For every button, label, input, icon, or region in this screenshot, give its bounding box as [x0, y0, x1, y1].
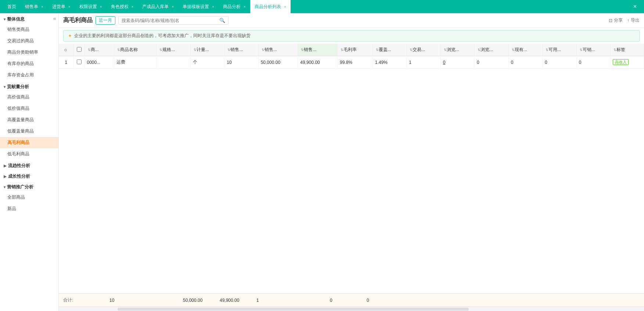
sidebar-group-trend[interactable]: ▶ 流趋性分析 [0, 160, 58, 170]
close-icon[interactable]: × [100, 5, 102, 9]
footer-cells: 10 50,000.00 49,900.00 1 0 0 [107, 298, 640, 303]
page-title: 高毛利商品 [63, 17, 93, 24]
nav-roles[interactable]: 角色授权 × [107, 0, 138, 13]
close-icon[interactable]: × [244, 5, 246, 9]
close-icon[interactable]: × [41, 5, 43, 9]
header-actions: ⊡ 分享 ↑ 导出 [609, 17, 640, 23]
select-all-checkbox[interactable] [77, 47, 82, 52]
content-area: 高毛利商品 近一月 🔍 ⊡ 分享 ↑ 导出 ✦ 企业的主要的利润都是这部分商品创… [59, 13, 644, 311]
footer-sales-qty: 10 [107, 298, 181, 303]
sort-icon: ⇅ [410, 48, 413, 52]
sidebar-item-all-goods[interactable]: 全部商品 [0, 192, 58, 203]
table-row: 1 0000... 运费 个 10 50,000.00 49,900.00 99… [59, 56, 644, 69]
footer-available2: 0 [364, 298, 401, 303]
sort-icon: ⇅ [478, 48, 481, 52]
cell-transactions: 1 [407, 56, 440, 69]
sidebar-item-high-coverage[interactable]: 高覆盖量商品 [0, 114, 58, 126]
cell-unit: 个 [190, 56, 224, 69]
sort-icon: ⇅ [159, 48, 162, 52]
sidebar-item-low-value[interactable]: 低价值商品 [0, 103, 58, 114]
sidebar-group-growth[interactable]: ▶ 成长性分析 [0, 170, 58, 181]
sort-icon: ⇅ [227, 48, 230, 52]
footer-sales-cost: 49,900.00 [217, 298, 254, 303]
sidebar-item-low-coverage[interactable]: 低覆盖量商品 [0, 126, 58, 137]
sort-icon: ⇅ [301, 48, 304, 52]
sort-icon: ⇅ [262, 48, 265, 52]
nav-analysis-list[interactable]: 商品分析列表 × [250, 0, 291, 13]
cell-sales-cost: 49,900.00 [298, 56, 338, 69]
nav-analysis[interactable]: 商品分析 × [219, 0, 250, 13]
horizontal-scrollbar[interactable] [59, 307, 644, 311]
close-icon[interactable]: × [172, 5, 174, 9]
col-index: ⚙ [59, 44, 73, 56]
sidebar-item-high-value[interactable]: 高价值商品 [0, 91, 58, 103]
cell-browse2: 0 [475, 56, 508, 69]
nav-home[interactable]: 首页 [3, 0, 21, 13]
chevron-down-icon: ▾ [4, 185, 6, 189]
sidebar-item-stocked-goods[interactable]: 有库存的商品 [0, 58, 58, 69]
cell-tag: 高收入 [610, 56, 644, 69]
cell-gross-rate: 99.8% [338, 56, 373, 69]
window-close-button[interactable]: × [629, 3, 641, 10]
sort-icon: ⇅ [341, 48, 343, 52]
cell-sales-amount: 50,000.00 [258, 56, 298, 69]
col-coverage: ⇅覆盖... [373, 44, 406, 56]
sidebar-item-sales-goods[interactable]: 销售类商品 [0, 24, 58, 35]
sort-icon: ⇅ [117, 48, 120, 52]
search-input[interactable] [122, 18, 218, 23]
close-icon[interactable]: × [212, 5, 214, 9]
time-filter-button[interactable]: 近一月 [96, 16, 115, 25]
search-icon[interactable]: 🔍 [219, 18, 225, 23]
nav-inventory[interactable]: 产成品入库单 × [138, 0, 178, 13]
sidebar-item-high-margin[interactable]: 高毛利商品 [0, 137, 58, 148]
col-code: ⇅商... [84, 44, 114, 56]
col-available1: ⇅现有... [508, 44, 542, 56]
cell-name[interactable]: 运费 [114, 56, 156, 69]
search-box: 🔍 [118, 16, 229, 25]
col-available2: ⇅可用... [543, 44, 576, 56]
nav-purchase[interactable]: 进货单 × [48, 0, 75, 13]
settings-icon[interactable]: ⚙ [64, 48, 67, 52]
sidebar-item-traded-goods[interactable]: 交易过的商品 [0, 35, 58, 47]
share-button[interactable]: ⊡ 分享 [609, 17, 623, 23]
chevron-down-icon: ▾ [4, 17, 6, 21]
footer-total-bar: 合计: 10 50,000.00 49,900.00 1 0 0 [59, 293, 644, 307]
sidebar-item-low-margin[interactable]: 低毛利商品 [0, 148, 58, 160]
col-sales-amount: ⇅销售... [258, 44, 298, 56]
col-sellable: ⇅可销... [576, 44, 610, 56]
sidebar-group-contribution[interactable]: ▾ 贡献量分析 [0, 81, 58, 91]
col-checkbox [73, 44, 84, 56]
col-unit: ⇅计量... [190, 44, 224, 56]
sidebar-group-marketing[interactable]: ▾ 营销推广分析 [0, 181, 58, 192]
close-icon[interactable]: × [132, 5, 134, 9]
col-transactions: ⇅交易... [407, 44, 440, 56]
nav-template[interactable]: 单据模板设置 × [178, 0, 219, 13]
cell-checkbox [73, 56, 84, 69]
info-banner: ✦ 企业的主要的利润都是这部分商品创造的，可考虑加大推广，同时关注库存是不要出现… [63, 30, 640, 41]
sort-icon: ⇅ [444, 48, 447, 52]
cell-coverage: 1.49% [373, 56, 406, 69]
cell-sales-qty: 10 [224, 56, 258, 69]
sort-icon: ⇅ [580, 48, 583, 52]
sidebar-collapse-button[interactable]: « [53, 15, 56, 21]
cell-browse1[interactable]: 0 [440, 56, 474, 69]
info-icon: ✦ [68, 33, 72, 39]
sidebar-item-stock-capital[interactable]: 库存资金占用 [0, 69, 58, 81]
cell-available2: 0 [543, 56, 576, 69]
row-checkbox[interactable] [77, 59, 82, 64]
scrollbar-thumb[interactable] [118, 308, 469, 311]
top-navigation: 首页 销售单 × 进货单 × 权限设置 × 角色授权 × 产成品入库单 × 单据… [0, 0, 644, 13]
nav-sales[interactable]: 销售单 × [21, 0, 48, 13]
nav-permissions[interactable]: 权限设置 × [75, 0, 107, 13]
close-icon[interactable]: × [68, 5, 71, 9]
export-button[interactable]: ↑ 导出 [627, 17, 640, 23]
content-header: 高毛利商品 近一月 🔍 ⊡ 分享 ↑ 导出 [59, 13, 644, 28]
total-label: 合计: [63, 297, 107, 303]
sort-icon: ⇅ [614, 48, 616, 52]
table-wrapper[interactable]: ⚙ ⇅商... ⇅商品名称 ⇅规格... [59, 44, 644, 293]
sidebar-group-overall[interactable]: ▾ 整体信息 [0, 13, 58, 24]
sort-icon: ⇅ [88, 48, 91, 52]
sidebar-item-category-assist[interactable]: 商品分类助销率 [0, 47, 58, 58]
sidebar-item-new-goods[interactable]: 新品 [0, 203, 58, 214]
close-icon[interactable]: × [284, 5, 286, 9]
